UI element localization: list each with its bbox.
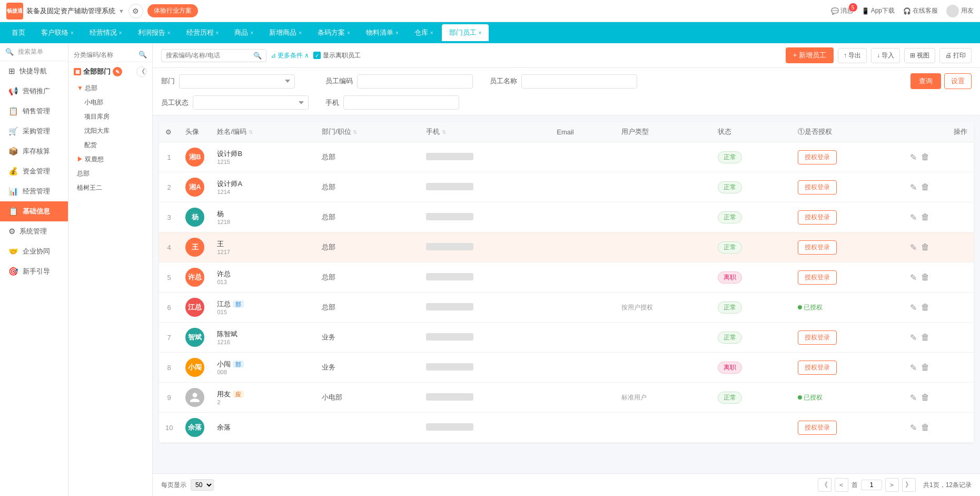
edit-button-3[interactable]: ✎ bbox=[910, 242, 917, 252]
import-button[interactable]: ↓ 导入 bbox=[871, 48, 900, 63]
show-inactive-toggle[interactable]: ✓ 显示离职员工 bbox=[313, 51, 361, 60]
filter-phone-input[interactable] bbox=[343, 95, 459, 110]
sidebar-item-operations[interactable]: 📊 经营管理 bbox=[0, 181, 68, 201]
dept-item-zongbu2[interactable]: 总部 bbox=[73, 167, 148, 181]
sidebar-item-inventory[interactable]: 📦 库存核算 bbox=[0, 141, 68, 161]
search-input[interactable] bbox=[166, 52, 251, 59]
app-download-button[interactable]: 📱 App下载 bbox=[862, 6, 895, 15]
edit-button-2[interactable]: ✎ bbox=[910, 212, 917, 222]
delete-button-0[interactable]: 🗑 bbox=[921, 152, 929, 162]
dept-item-zongbu-root[interactable]: ▼ 总部 bbox=[73, 81, 148, 95]
search-button[interactable]: 查询 bbox=[910, 73, 941, 89]
dept-collapse-button[interactable]: 《 bbox=[136, 66, 147, 77]
system-dropdown-icon[interactable]: ▼ bbox=[118, 8, 124, 14]
delete-button-2[interactable]: 🗑 bbox=[921, 212, 929, 222]
close-tab-icon[interactable]: × bbox=[347, 30, 350, 36]
delete-button-1[interactable]: 🗑 bbox=[921, 182, 929, 192]
delete-button-7[interactable]: 🗑 bbox=[921, 363, 929, 373]
sidebar-item-enterprise[interactable]: 🤝 企业协同 bbox=[0, 241, 68, 261]
close-tab-icon[interactable]: × bbox=[167, 30, 171, 36]
nav-tab-部门员工[interactable]: 部门员工 × bbox=[442, 24, 489, 41]
col-settings[interactable]: ⚙ bbox=[159, 122, 179, 142]
gear-button[interactable]: ⚙ bbox=[128, 4, 143, 18]
col-phone[interactable]: 手机 ⇅ bbox=[420, 122, 550, 142]
sidebar-item-sales[interactable]: 📋 销售管理 bbox=[0, 101, 68, 121]
nav-tab-条码方案[interactable]: 条码方案 × bbox=[310, 24, 358, 41]
col-dept[interactable]: 部门/职位 ⇅ bbox=[315, 122, 420, 142]
delete-button-8[interactable]: 🗑 bbox=[921, 393, 929, 403]
dept-item-xiaodian[interactable]: 小电部 bbox=[80, 95, 148, 110]
filter-empstatus-select[interactable] bbox=[193, 95, 309, 110]
close-tab-icon[interactable]: × bbox=[395, 30, 399, 36]
sort-dept-icon[interactable]: ⇅ bbox=[353, 129, 357, 135]
online-service-button[interactable]: 🎧 在线客服 bbox=[903, 6, 938, 15]
notice-button[interactable]: 💬 消息 5 bbox=[831, 6, 853, 15]
delete-button-3[interactable]: 🗑 bbox=[921, 242, 929, 252]
nav-tab-商品[interactable]: 商品 × bbox=[227, 24, 261, 41]
settings-button[interactable]: 设置 bbox=[944, 73, 972, 89]
close-tab-icon[interactable]: × bbox=[430, 30, 433, 36]
dept-item-shuangluxiang[interactable]: ▶ 双鹿想 bbox=[73, 152, 148, 167]
auth-button-1[interactable]: 授权登录 bbox=[798, 180, 837, 194]
sidebar-item-quick-nav[interactable]: ⊞ 快捷导航 bbox=[0, 61, 68, 81]
dept-item-xiangmu[interactable]: 项目库房 bbox=[80, 110, 148, 124]
dept-edit-icon[interactable]: ✎ bbox=[113, 67, 122, 76]
filter-dept-select[interactable] bbox=[179, 74, 295, 89]
close-tab-icon[interactable]: × bbox=[119, 30, 122, 36]
close-tab-icon[interactable]: × bbox=[299, 30, 302, 36]
sidebar-item-system[interactable]: ⚙ 系统管理 bbox=[0, 221, 68, 241]
nav-tab-经营情况[interactable]: 经营情况 × bbox=[82, 24, 130, 41]
sidebar-item-finance[interactable]: 💰 资金管理 bbox=[0, 161, 68, 181]
user-button[interactable]: 用友 bbox=[946, 5, 974, 17]
auth-button-4[interactable]: 授权登录 bbox=[798, 270, 837, 285]
dept-search-input[interactable] bbox=[74, 51, 138, 59]
dept-item-peihuo[interactable]: 配货 bbox=[80, 138, 148, 152]
last-page-button[interactable]: 》 bbox=[902, 478, 916, 492]
auth-button-9[interactable]: 授权登录 bbox=[798, 421, 837, 435]
page-size-select[interactable]: 50 bbox=[191, 479, 214, 491]
sidebar-item-basic-info[interactable]: 📋 基础信息 bbox=[0, 201, 68, 221]
delete-button-5[interactable]: 🗑 bbox=[921, 303, 929, 313]
sort-name-icon[interactable]: ⇅ bbox=[249, 129, 253, 135]
nav-tab-利润报告[interactable]: 利润报告 × bbox=[131, 24, 178, 41]
close-tab-icon[interactable]: × bbox=[216, 30, 219, 36]
filter-empname-input[interactable] bbox=[521, 74, 637, 89]
auth-button-3[interactable]: 授权登录 bbox=[798, 240, 837, 255]
sidebar-item-marketing[interactable]: 📢 营销推广 bbox=[0, 81, 68, 101]
dept-item-zhishu[interactable]: 植树王二 bbox=[73, 181, 148, 195]
view-button[interactable]: ⊞ 视图 bbox=[904, 48, 935, 63]
edit-button-4[interactable]: ✎ bbox=[910, 273, 917, 283]
more-conditions-button[interactable]: ⊿ 更多条件 ∧ bbox=[271, 51, 309, 60]
nav-tab-客户联络[interactable]: 客户联络 × bbox=[34, 24, 81, 41]
auth-button-2[interactable]: 授权登录 bbox=[798, 210, 837, 225]
delete-button-9[interactable]: 🗑 bbox=[921, 423, 929, 433]
delete-button-6[interactable]: 🗑 bbox=[921, 333, 929, 343]
prev-page-button[interactable]: ＜ bbox=[835, 478, 848, 492]
next-page-button[interactable]: ＞ bbox=[885, 478, 899, 492]
close-tab-icon[interactable]: × bbox=[71, 30, 74, 36]
close-tab-icon[interactable]: × bbox=[479, 30, 482, 36]
nav-tab-新增商品[interactable]: 新增商品 × bbox=[262, 24, 309, 41]
edit-button-8[interactable]: ✎ bbox=[910, 393, 917, 403]
filter-empcode-input[interactable] bbox=[357, 74, 473, 89]
delete-button-4[interactable]: 🗑 bbox=[921, 273, 929, 283]
sidebar-item-purchase[interactable]: 🛒 采购管理 bbox=[0, 121, 68, 141]
sidebar-item-guide[interactable]: 🎯 新手引导 bbox=[0, 261, 68, 281]
nav-tab-经营历程[interactable]: 经营历程 × bbox=[179, 24, 226, 41]
page-input[interactable] bbox=[861, 480, 882, 490]
sort-phone-icon[interactable]: ⇅ bbox=[442, 129, 446, 135]
print-button[interactable]: 🖨 打印 bbox=[939, 48, 972, 63]
export-button[interactable]: ↑ 导出 bbox=[838, 48, 867, 63]
edit-button-0[interactable]: ✎ bbox=[910, 152, 917, 162]
dept-item-shenyang[interactable]: 沈阳大库 bbox=[80, 124, 148, 138]
nav-tab-仓库[interactable]: 仓库 × bbox=[407, 24, 441, 41]
first-page-button[interactable]: 《 bbox=[818, 478, 831, 492]
edit-button-1[interactable]: ✎ bbox=[910, 182, 917, 192]
auth-button-7[interactable]: 授权登录 bbox=[798, 361, 837, 375]
edit-button-9[interactable]: ✎ bbox=[910, 423, 917, 433]
trial-button[interactable]: 体验行业方案 bbox=[147, 4, 198, 17]
sidebar-search-row[interactable]: 🔍 搜索菜单 bbox=[0, 43, 68, 61]
nav-tab-首页[interactable]: 首页 bbox=[4, 24, 33, 41]
auth-button-0[interactable]: 授权登录 bbox=[798, 150, 837, 164]
edit-button-7[interactable]: ✎ bbox=[910, 363, 917, 373]
